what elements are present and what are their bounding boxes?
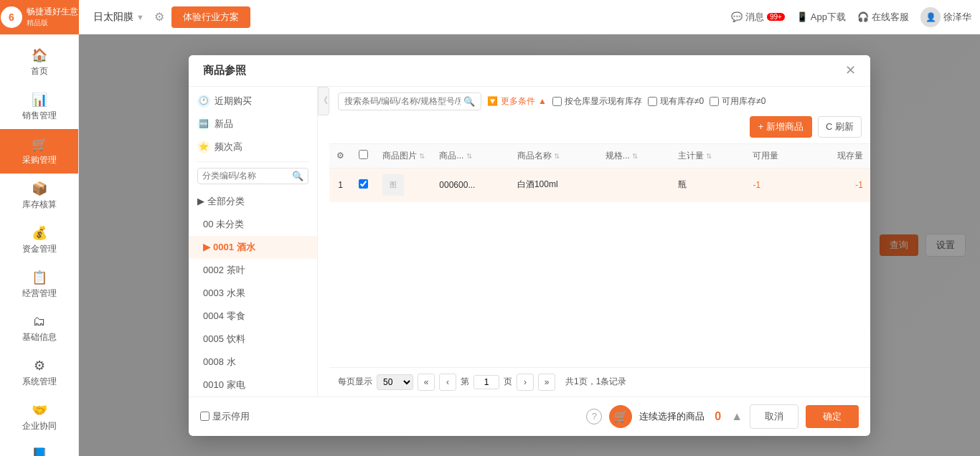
page-prev-button[interactable]: ‹ <box>439 374 456 391</box>
show-disabled-checkbox[interactable]: 显示停用 <box>200 410 250 423</box>
sidebar-item-finance[interactable]: 💰 资金管理 <box>0 218 78 262</box>
th-unit[interactable]: 主计量 ⇅ <box>671 144 745 168</box>
cat-item-0002[interactable]: 0002 茶叶 <box>189 259 317 282</box>
new-icon: 🆕 <box>197 118 210 130</box>
pagesize-select[interactable]: 50 20 100 200 <box>377 374 413 390</box>
th-spec[interactable]: 规格... ⇅ <box>598 144 671 168</box>
modal-category-panel: 🕐 近期购买 🆕 新品 ⭐ 频次高 <box>189 87 318 396</box>
modal-right: 🔍 🔽 更多条件 ▲ 按仓库显示现有库存 <box>329 87 870 396</box>
page-last-button[interactable]: » <box>538 374 555 391</box>
page-unit: 页 <box>504 376 512 388</box>
cat-collapse-button[interactable]: 《 <box>318 87 329 115</box>
cat-item-all[interactable]: ▶ 全部分类 <box>189 190 317 213</box>
cancel-button[interactable]: 取消 <box>750 404 798 429</box>
checkbox-available-input[interactable] <box>648 97 657 106</box>
sidebar-item-basic[interactable]: 🗂 基础信息 <box>0 307 78 351</box>
product-search-input[interactable] <box>344 96 461 106</box>
sidebar-item-collab[interactable]: 🤝 企业协同 <box>0 395 78 440</box>
sidebar-item-sales[interactable]: 📊 销售管理 <box>0 85 78 129</box>
product-search-box[interactable]: 🔍 <box>338 92 481 110</box>
continuous-label: 连续选择的商品 <box>639 410 705 423</box>
row-checkbox-cell[interactable] <box>352 168 375 201</box>
table-row[interactable]: 1 图 000600... 白酒100ml <box>329 168 870 201</box>
sidebar-item-operations[interactable]: 📋 经营管理 <box>0 262 78 307</box>
product-reference-modal: 商品参照 ✕ 🕐 近期购买 🆕 <box>189 55 870 436</box>
checkbox-by-warehouse-input[interactable] <box>552 97 562 106</box>
row-spec <box>598 168 671 201</box>
cat-recent[interactable]: 🕐 近期购买 <box>197 92 308 110</box>
logo-text: 畅捷通好生意 精品版 <box>27 6 78 27</box>
message-badge: 99+ <box>767 13 785 21</box>
checkbox-available-ne0[interactable]: 现有库存≠0 <box>648 95 704 108</box>
page-input[interactable] <box>473 375 499 389</box>
cat-search-box[interactable]: 🔍 <box>197 168 308 184</box>
cat-search-input[interactable] <box>202 171 289 181</box>
cat-item-0008[interactable]: 0008 水 <box>189 351 317 374</box>
cat-new[interactable]: 🆕 新品 <box>197 115 308 133</box>
nav-app-item[interactable]: 📱 App下载 <box>796 11 846 24</box>
filter-more-button[interactable]: 🔽 更多条件 ▲ <box>487 95 547 108</box>
freq-icon: ⭐ <box>197 141 210 153</box>
page-first-button[interactable]: « <box>418 374 435 391</box>
nav-user-item[interactable]: 👤 徐泽华 <box>920 7 971 27</box>
cat-arrow-all: ▶ <box>197 196 204 206</box>
top-nav: 6 畅捷通好生意 精品版 日太阳膜 ▼ ⚙ 体验行业方案 💬 消息 99+ 📱 … <box>0 0 980 34</box>
th-check[interactable] <box>352 144 375 168</box>
main-layout: 🏠 首页 📊 销售管理 🛒 采购管理 📦 库存核算 💰 资金管理 📋 经营管理 … <box>0 34 980 456</box>
nav-service-item[interactable]: 🎧 在线客服 <box>857 11 909 24</box>
nav-exp-button[interactable]: 体验行业方案 <box>171 6 250 28</box>
help-icon[interactable]: ? <box>586 409 602 424</box>
select-all-checkbox[interactable] <box>359 150 368 159</box>
left-sidebar: 🏠 首页 📊 销售管理 🛒 采购管理 📦 库存核算 💰 资金管理 📋 经营管理 … <box>0 34 79 456</box>
th-available[interactable]: 可用量 <box>745 144 808 168</box>
th-name[interactable]: 商品名称 ⇅ <box>510 144 598 168</box>
add-product-button[interactable]: + 新增商品 <box>750 116 812 138</box>
nav-gear-icon[interactable]: ⚙ <box>154 10 164 24</box>
nav-company-dropdown[interactable]: 日太阳膜 ▼ <box>93 11 147 24</box>
product-table: ⚙ 商品图片 ⇅ <box>329 144 870 202</box>
sidebar-item-guide[interactable]: 📘 新手引导 <box>0 440 78 456</box>
checkbox-by-warehouse[interactable]: 按仓库显示现有库存 <box>552 95 642 108</box>
checkbox-usable-ne0[interactable]: 可用库存≠0 <box>710 95 765 108</box>
cat-shortcuts: 🕐 近期购买 🆕 新品 ⭐ 频次高 <box>189 87 317 161</box>
sidebar-item-purchase[interactable]: 🛒 采购管理 <box>0 129 78 174</box>
nav-message-item[interactable]: 💬 消息 99+ <box>731 11 785 24</box>
collapse-footer-icon[interactable]: ▲ <box>731 410 743 423</box>
row-checkbox[interactable] <box>359 179 368 189</box>
continuous-count: 0 <box>715 410 721 423</box>
modal-overlay: 商品参照 ✕ 🕐 近期购买 🆕 <box>79 34 980 456</box>
page-next-button[interactable]: › <box>517 374 534 391</box>
home-icon: 🏠 <box>32 47 47 63</box>
modal-footer: 显示停用 ? 🛒 连续选择的商品 0 ▲ 取消 确定 <box>189 396 870 436</box>
cat-item-0003[interactable]: 0003 水果 <box>189 282 317 305</box>
page-total: 共1页，1条记录 <box>565 376 626 388</box>
cat-arrow-0001: ▶ <box>203 242 210 252</box>
cat-item-0010[interactable]: 0010 家电 <box>189 374 317 396</box>
system-icon: ⚙ <box>34 358 45 374</box>
row-index: 1 <box>329 168 352 201</box>
th-settings[interactable]: ⚙ <box>329 144 352 168</box>
cat-item-0005[interactable]: 0005 饮料 <box>189 328 317 351</box>
sidebar-item-inventory[interactable]: 📦 库存核算 <box>0 174 78 218</box>
sidebar-item-home[interactable]: 🏠 首页 <box>0 40 78 85</box>
cat-list: ▶ 全部分类 00 未分类 ▶ 0001 酒水 0002 茶 <box>189 190 317 396</box>
refresh-button[interactable]: C 刷新 <box>818 116 862 138</box>
cart-icon[interactable]: 🛒 <box>609 405 632 428</box>
purchase-icon: 🛒 <box>32 136 47 152</box>
cat-item-00[interactable]: 00 未分类 <box>189 213 317 236</box>
product-search-icon: 🔍 <box>463 96 475 107</box>
product-thumb: 图 <box>382 174 404 196</box>
logo-icon: 6 <box>1 6 22 28</box>
modal-close-button[interactable]: ✕ <box>845 64 856 77</box>
cat-item-0004[interactable]: 0004 零食 <box>189 305 317 328</box>
cat-frequent[interactable]: ⭐ 频次高 <box>197 138 308 156</box>
show-disabled-input[interactable] <box>200 412 209 421</box>
cat-item-0001[interactable]: ▶ 0001 酒水 <box>189 236 317 259</box>
th-code[interactable]: 商品... ⇅ <box>432 144 510 168</box>
checkbox-usable-input[interactable] <box>710 97 719 106</box>
th-stock[interactable]: 现存量 <box>808 144 870 168</box>
sidebar-item-system[interactable]: ⚙ 系统管理 <box>0 351 78 395</box>
confirm-button[interactable]: 确定 <box>806 405 859 428</box>
modal-body: 🕐 近期购买 🆕 新品 ⭐ 频次高 <box>189 87 870 396</box>
cat-search-icon: 🔍 <box>292 171 303 181</box>
